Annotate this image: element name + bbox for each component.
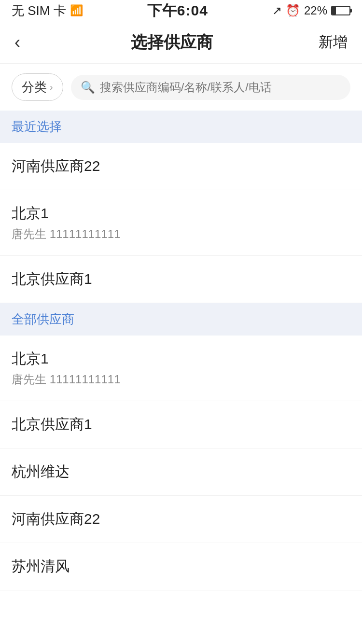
search-input[interactable]: [100, 81, 341, 94]
list-item[interactable]: 河南供应商22: [0, 143, 362, 190]
category-button[interactable]: 分类 ›: [12, 73, 63, 101]
status-bar: 无 SIM 卡 📶 下午6:04 ↗ ⏰ 22%: [0, 0, 362, 21]
item-name: 苏州清风: [12, 557, 350, 576]
sim-label: 无 SIM 卡: [12, 2, 66, 19]
filter-bar: 分类 › 🔍: [0, 64, 362, 111]
item-name: 北京供应商1: [12, 269, 350, 289]
add-button[interactable]: 新增: [319, 32, 348, 52]
recent-section-header: 最近选择: [0, 111, 362, 143]
list-item[interactable]: 杭州维达: [0, 448, 362, 496]
item-name: 北京1: [12, 349, 350, 369]
item-sub: 唐先生 11111111111: [12, 226, 350, 242]
alarm-icon: ⏰: [286, 4, 300, 17]
page-title: 选择供应商: [131, 31, 213, 54]
search-icon: 🔍: [81, 81, 95, 94]
location-icon: ↗: [272, 4, 282, 17]
list-item[interactable]: 苏州清风: [0, 543, 362, 590]
back-button[interactable]: ‹: [10, 28, 25, 57]
item-name: 河南供应商22: [12, 156, 350, 176]
battery-icon: [331, 6, 350, 15]
list-item[interactable]: 北京1唐先生 11111111111: [0, 190, 362, 256]
wifi-icon: 📶: [70, 4, 83, 17]
category-label: 分类: [22, 79, 47, 96]
list-item[interactable]: 北京供应商1: [0, 256, 362, 303]
chevron-right-icon: ›: [50, 82, 53, 93]
item-name: 北京1: [12, 204, 350, 224]
all-list: 北京1唐先生 11111111111北京供应商1杭州维达河南供应商22苏州清风: [0, 336, 362, 590]
status-time: 下午6:04: [147, 1, 208, 21]
item-name: 北京供应商1: [12, 415, 350, 434]
nav-bar: ‹ 选择供应商 新增: [0, 21, 362, 64]
item-name: 河南供应商22: [12, 509, 350, 529]
item-sub: 唐先生 11111111111: [12, 372, 350, 387]
status-right: ↗ ⏰ 22%: [272, 4, 350, 17]
all-section-header: 全部供应商: [0, 303, 362, 336]
search-box[interactable]: 🔍: [71, 75, 350, 100]
list-item[interactable]: 北京供应商1: [0, 401, 362, 448]
status-left: 无 SIM 卡 📶: [12, 2, 83, 19]
list-item[interactable]: 北京1唐先生 11111111111: [0, 336, 362, 401]
item-name: 杭州维达: [12, 462, 350, 482]
list-item[interactable]: 河南供应商22: [0, 496, 362, 543]
recent-list: 河南供应商22北京1唐先生 11111111111北京供应商1: [0, 143, 362, 303]
battery-percent: 22%: [304, 4, 327, 17]
